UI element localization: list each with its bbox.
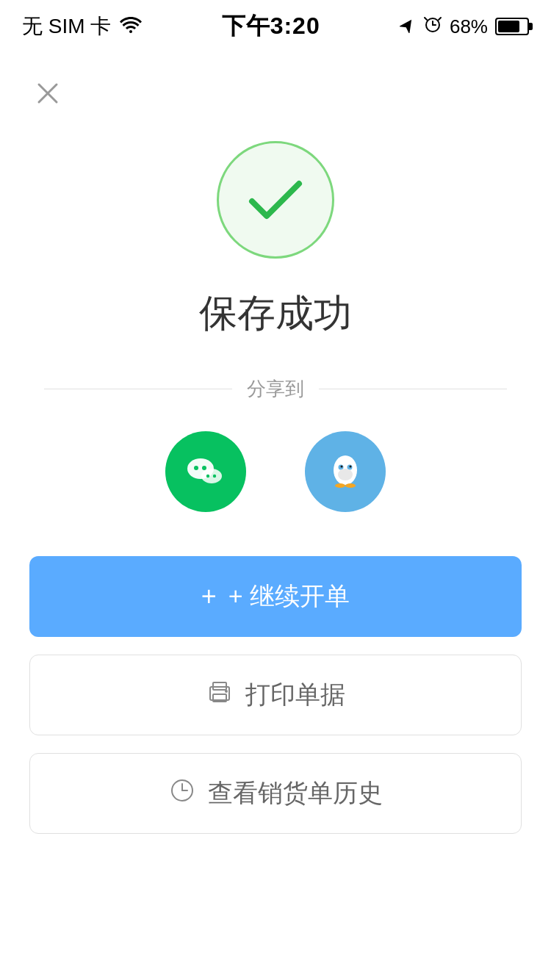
qq-share-button[interactable] [305,431,386,512]
status-time: 下午3:20 [222,10,320,43]
svg-point-6 [194,466,198,470]
svg-point-10 [212,474,215,477]
battery-icon [495,18,529,35]
svg-point-15 [349,465,351,467]
action-buttons: + + 继续开单 打印单据 [0,556,551,834]
main-content: 保存成功 分享到 [0,53,551,849]
svg-point-23 [225,690,228,693]
qq-icon [322,448,370,496]
divider-line-left [44,389,232,389]
battery-percentage: 68% [450,15,488,38]
print-icon [206,678,234,712]
share-label: 分享到 [232,376,319,402]
history-button[interactable]: 查看销货单历史 [29,753,522,834]
close-button[interactable] [29,75,66,112]
continue-button[interactable]: + + 继续开单 [29,556,522,637]
svg-point-9 [206,474,209,477]
divider-line-right [319,389,507,389]
svg-point-17 [335,483,345,488]
location-icon [400,15,416,38]
svg-point-19 [338,469,353,480]
success-circle [217,141,334,259]
print-label: 打印单据 [245,678,345,712]
print-button[interactable]: 打印单据 [29,655,522,735]
carrier-text: 无 SIM 卡 [22,12,111,40]
share-divider: 分享到 [0,376,551,402]
checkmark-icon [246,178,305,222]
wifi-icon [120,15,142,38]
share-icons [165,431,386,512]
close-icon [35,80,61,107]
success-title: 保存成功 [199,288,352,339]
alarm-icon [423,15,442,39]
history-label: 查看销货单历史 [208,777,383,810]
wechat-share-button[interactable] [165,431,246,512]
svg-point-7 [202,466,206,470]
continue-icon: + [201,581,217,612]
status-right: 68% [400,15,529,39]
svg-point-14 [340,465,342,467]
status-bar: 无 SIM 卡 下午3:20 68% [0,0,551,53]
svg-point-8 [201,469,222,483]
wechat-icon [182,448,230,496]
history-icon [168,777,196,810]
status-left: 无 SIM 卡 [22,12,142,40]
close-button-container [0,68,551,119]
svg-point-18 [345,483,356,488]
continue-label: + 继续开单 [228,580,350,613]
